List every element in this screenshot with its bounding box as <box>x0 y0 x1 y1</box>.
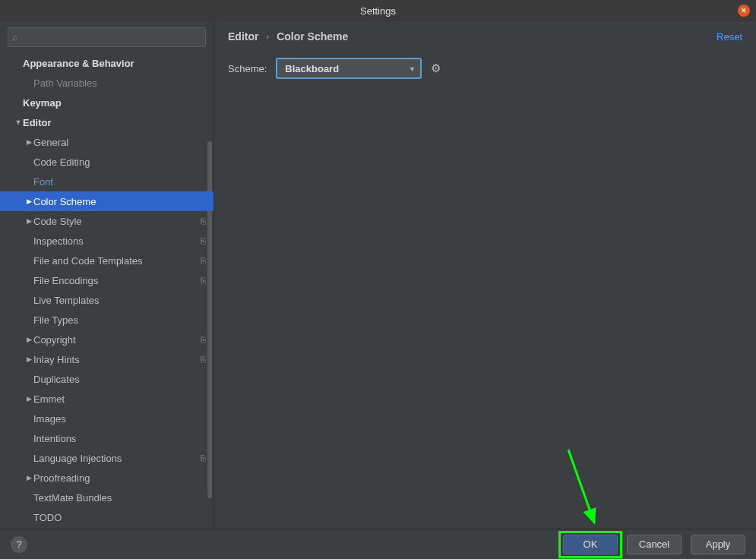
window-title: Settings <box>360 5 396 17</box>
tree-item-label: Font <box>33 176 53 188</box>
tree-item[interactable]: Code Editing <box>0 152 214 172</box>
caret-right-icon: ▶ <box>24 138 33 146</box>
breadcrumb-current: Color Scheme <box>277 30 348 43</box>
tree-item[interactable]: ▶General <box>0 132 214 152</box>
tree-item[interactable]: Appearance & Behavior <box>0 53 214 73</box>
caret-right-icon <box>24 454 33 462</box>
caret-right-icon <box>24 494 33 501</box>
tree-item-label: TODO <box>33 512 62 523</box>
gear-icon[interactable]: ⚙ <box>431 62 441 75</box>
tree-item-label: Color Scheme <box>33 196 96 207</box>
caret-right-icon <box>24 296 33 304</box>
copy-icon: ⎘ <box>201 216 206 226</box>
tree-item-label: Intentions <box>33 433 76 444</box>
tree-item[interactable]: Keymap <box>0 93 214 112</box>
scheme-label: Scheme: <box>228 63 267 74</box>
tree-item-label: Emmet <box>33 393 65 405</box>
caret-right-icon: ▶ <box>24 197 33 205</box>
breadcrumb: Editor › Color Scheme <box>228 30 348 43</box>
caret-right-icon <box>24 276 33 284</box>
tree-item-label: Inspections <box>33 235 84 247</box>
caret-right-icon: ▶ <box>24 336 33 343</box>
caret-right-icon <box>24 257 33 264</box>
tree-item-label: Keymap <box>23 97 62 109</box>
tree-item-label: Path Variables <box>33 77 97 89</box>
search-input[interactable] <box>8 27 206 47</box>
tree-item-label: File and Code Templates <box>33 255 143 267</box>
copy-icon: ⎘ <box>201 355 206 364</box>
caret-right-icon <box>24 434 33 442</box>
copy-icon: ⎘ <box>201 335 206 344</box>
tree-item[interactable]: ▶Emmet <box>0 389 214 409</box>
close-icon[interactable] <box>738 5 750 17</box>
caret-right-icon: ▶ <box>24 395 33 403</box>
tree-item[interactable]: Intentions <box>0 428 214 448</box>
tree-item-label: Language Injections <box>33 453 122 464</box>
reset-link[interactable]: Reset <box>716 31 742 43</box>
tree-item-label: Duplicates <box>33 374 80 385</box>
tree-item-label: Code Editing <box>33 156 90 168</box>
caret-right-icon <box>24 316 33 324</box>
tree-item-label: General <box>33 137 68 148</box>
caret-right-icon <box>24 79 33 87</box>
tree-item-label: File Encodings <box>33 275 98 286</box>
caret-right-icon <box>24 375 33 383</box>
copy-icon: ⎘ <box>201 256 206 265</box>
tree-item[interactable]: ▶Inlay Hints⎘ <box>0 349 214 369</box>
copy-icon: ⎘ <box>201 236 206 245</box>
chevron-right-icon: › <box>266 32 269 41</box>
caret-right-icon <box>24 158 33 166</box>
caret-right-icon: ▶ <box>24 355 33 363</box>
tree-item-label: Live Templates <box>33 295 99 306</box>
tree-item[interactable]: File Types <box>0 310 214 330</box>
tree-item[interactable]: ▶Code Style⎘ <box>0 211 214 231</box>
tree-item[interactable]: ▶Color Scheme <box>0 191 214 211</box>
tree-item-label: Inlay Hints <box>33 354 80 365</box>
tree-item[interactable]: File and Code Templates⎘ <box>0 251 214 270</box>
tree-item[interactable]: Duplicates <box>0 369 214 389</box>
copy-icon: ⎘ <box>201 276 206 285</box>
tree-item[interactable]: ▶Proofreading <box>0 468 214 488</box>
caret-right-icon <box>24 415 33 422</box>
tree-item[interactable]: Live Templates <box>0 290 214 310</box>
tree-item[interactable]: Language Injections⎘ <box>0 448 214 468</box>
tree-item[interactable]: TextMate Bundles <box>0 488 214 507</box>
caret-down-icon: ▼ <box>14 118 23 126</box>
tree-item[interactable]: Font <box>0 172 214 191</box>
cancel-button[interactable]: Cancel <box>627 535 682 554</box>
caret-right-icon <box>24 178 33 185</box>
tree-item-label: Code Style <box>33 216 82 227</box>
caret-right-icon: ▶ <box>24 217 33 225</box>
ok-button[interactable]: OK <box>563 535 618 554</box>
tree-item-label: Proofreading <box>33 472 90 484</box>
settings-tree[interactable]: Appearance & Behavior Path Variables Key… <box>0 53 214 529</box>
tree-item-label: TextMate Bundles <box>33 492 112 504</box>
apply-button[interactable]: Apply <box>691 535 745 554</box>
tree-item[interactable]: ▶Copyright⎘ <box>0 330 214 349</box>
copy-icon: ⎘ <box>201 453 206 463</box>
tree-item-label: Editor <box>23 117 52 128</box>
tree-item[interactable]: File Encodings⎘ <box>0 270 214 290</box>
tree-item[interactable]: Inspections⎘ <box>0 231 214 251</box>
breadcrumb-parent[interactable]: Editor <box>228 30 258 43</box>
caret-right-icon <box>24 513 33 521</box>
tree-item-label: Appearance & Behavior <box>23 58 134 69</box>
tree-item[interactable]: Path Variables <box>0 73 214 93</box>
caret-right-icon <box>14 99 23 106</box>
tree-item-label: File Types <box>33 314 78 326</box>
tree-item[interactable]: ▼Editor <box>0 112 214 132</box>
help-button[interactable]: ? <box>11 536 27 553</box>
scheme-dropdown[interactable]: Blackboard <box>276 58 422 79</box>
caret-right-icon: ▶ <box>24 474 33 482</box>
tree-item[interactable]: TODO <box>0 507 214 527</box>
tree-item[interactable]: Images <box>0 409 214 428</box>
caret-right-icon <box>24 237 33 245</box>
caret-right-icon <box>14 59 23 67</box>
tree-item-label: Images <box>33 413 66 425</box>
tree-item-label: Copyright <box>33 334 76 346</box>
